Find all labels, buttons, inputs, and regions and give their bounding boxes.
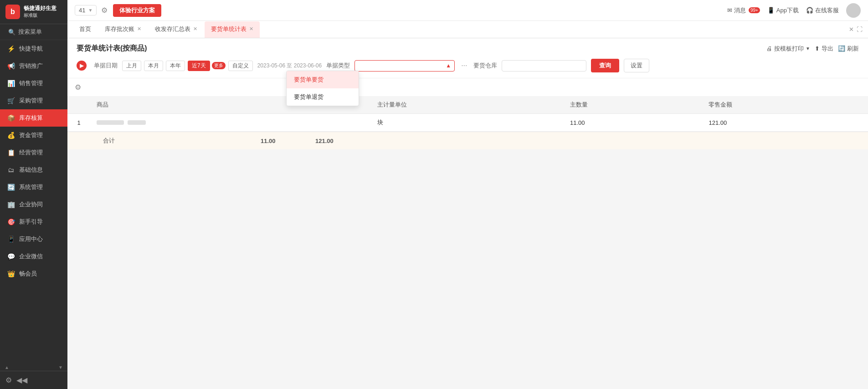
app-download-btn[interactable]: 📱 App下载: [767, 6, 799, 15]
sidebar-collapse-icon[interactable]: ◀◀: [16, 376, 27, 384]
col-header-unit: 主计量单位: [371, 96, 564, 114]
refresh-btn[interactable]: 🔄 刷新: [838, 45, 859, 53]
sidebar-scroll-up[interactable]: ▲: [4, 364, 10, 371]
sidebar-item-label: 企业微信: [19, 252, 61, 261]
sidebar-item-label: 采购管理: [19, 97, 61, 105]
cell-sale-amount: 121.00: [702, 114, 868, 132]
footer-label: 合计: [97, 137, 206, 145]
headset-icon: 🎧: [806, 7, 813, 14]
sidebar-item-guide[interactable]: 🎯 新手引导: [0, 213, 67, 230]
sidebar-item-finance[interactable]: 💰 资金管理: [0, 127, 67, 144]
tab-order-stats-label: 要货单统计表: [211, 25, 247, 33]
tab-home-label: 首页: [79, 25, 91, 33]
topbar-right: ✉ 消息 99+ 📱 App下载 🎧 在线客服: [727, 3, 861, 18]
sidebar-item-basic-info[interactable]: 🗂 基础信息: [0, 161, 67, 179]
warehouse-input[interactable]: [502, 60, 586, 72]
app-name: 畅捷通好生意: [24, 5, 56, 12]
table-header-row: 商品 主计量单位 主数量 零售金额: [67, 96, 868, 114]
sidebar-item-label: 销售管理: [19, 79, 61, 87]
tab-order-stats-close[interactable]: ✕: [249, 26, 253, 32]
tabs-expand-icon[interactable]: ⛶: [857, 26, 863, 33]
tab-batch-stock-close[interactable]: ✕: [137, 26, 141, 32]
topbar-settings-icon[interactable]: ⚙: [101, 6, 108, 15]
search-menu[interactable]: 🔍 搜索菜单: [0, 24, 67, 40]
tab-batch-stock-label: 库存批次账: [105, 25, 134, 33]
tabs-bar: 首页 库存批次账 ✕ 收发存汇总表 ✕ 要货单统计表 ✕ ✕ ⛶: [67, 21, 868, 38]
topbar: 41 ▼ ⚙ 体验行业方案 ✉ 消息 99+ 📱 App下载 🎧 在线客服: [67, 0, 868, 21]
sidebar-item-label: 基础信息: [19, 166, 61, 174]
tab-order-stats[interactable]: 要货单统计表 ✕: [205, 21, 260, 38]
product-code-placeholder: [128, 120, 146, 125]
filter-toggle-btn[interactable]: ▶: [77, 61, 87, 71]
date-last-7-days[interactable]: 近7天: [188, 61, 210, 71]
purchase-icon: 🛒: [6, 97, 15, 104]
sidebar-item-quick-nav[interactable]: ⚡ 快捷导航: [0, 40, 67, 57]
store-name: 41: [79, 7, 85, 14]
messages-badge: 99+: [749, 7, 760, 13]
query-button[interactable]: 查询: [591, 59, 619, 72]
dropdown-item-order-return[interactable]: 要货单退货: [287, 88, 359, 106]
sidebar-footer: ⚙ ◀◀: [0, 371, 67, 389]
date-this-year[interactable]: 本年: [166, 61, 185, 71]
page-title: 要货单统计表(按商品): [77, 44, 147, 53]
sidebar-item-operations[interactable]: 📋 经营管理: [0, 144, 67, 161]
page-actions: 🖨 按模板打印 ▼ ⬆ 导出 🔄 刷新: [766, 45, 859, 53]
tab-batch-stock[interactable]: 库存批次账 ✕: [98, 21, 148, 38]
user-avatar[interactable]: [846, 3, 861, 18]
sidebar-item-enterprise-wechat[interactable]: 💬 企业微信: [0, 248, 67, 265]
sidebar-item-sales[interactable]: 📊 销售管理: [0, 75, 67, 92]
sidebar-item-enterprise[interactable]: 🏢 企业协同: [0, 196, 67, 213]
tabs-close-all-icon[interactable]: ✕: [849, 26, 854, 33]
export-btn[interactable]: ⬆ 导出: [815, 45, 833, 53]
settings-button[interactable]: 设置: [624, 59, 649, 72]
search-menu-label: 搜索菜单: [18, 28, 42, 36]
messages-btn[interactable]: ✉ 消息 99+: [727, 6, 760, 15]
data-table: 商品 主计量单位 主数量 零售金额 1 块 11.00: [67, 96, 868, 132]
doc-type-input[interactable]: [354, 60, 455, 72]
print-icon: 🖨: [766, 45, 772, 52]
sidebar-item-inventory[interactable]: 📦 库存核算: [0, 109, 67, 127]
tab-collect-summary-close[interactable]: ✕: [193, 26, 197, 32]
trial-button[interactable]: 体验行业方案: [113, 4, 161, 17]
marketing-icon: 📢: [6, 62, 15, 70]
date-last-month[interactable]: 上月: [122, 61, 141, 71]
col-header-index: [67, 96, 90, 114]
col-header-quantity: 主数量: [564, 96, 702, 114]
date-label: 单据日期: [94, 61, 118, 70]
refresh-icon: 🔄: [838, 45, 845, 52]
tab-home[interactable]: 首页: [73, 21, 98, 38]
sidebar-scroll-down[interactable]: ▼: [57, 364, 64, 371]
quick-nav-icon: ⚡: [6, 45, 15, 52]
main-area: 41 ▼ ⚙ 体验行业方案 ✉ 消息 99+ 📱 App下载 🎧 在线客服: [67, 0, 868, 389]
column-settings-icon[interactable]: ⚙: [75, 83, 81, 92]
sidebar-item-purchase[interactable]: 🛒 采购管理: [0, 92, 67, 109]
cell-product: [90, 114, 371, 132]
store-selector[interactable]: 41 ▼: [75, 5, 97, 15]
date-this-month[interactable]: 本月: [144, 61, 163, 71]
table-row: 1 块 11.00 121.00: [67, 114, 868, 132]
sidebar-item-app-center[interactable]: 📱 应用中心: [0, 230, 67, 248]
finance-icon: 💰: [6, 132, 15, 139]
filter-more-btn[interactable]: ···: [459, 61, 469, 70]
template-print-btn[interactable]: 🖨 按模板打印 ▼: [766, 45, 810, 53]
doc-type-label: 单据类型: [326, 61, 350, 70]
footer-quantity: 11.00: [261, 138, 315, 144]
system-icon: 🔄: [6, 184, 15, 191]
messages-label: 消息: [734, 6, 746, 15]
online-service-btn[interactable]: 🎧 在线客服: [806, 6, 839, 15]
date-custom[interactable]: 自定义: [228, 61, 253, 71]
sidebar-item-label: 经营管理: [19, 148, 61, 157]
sidebar-settings-icon[interactable]: ⚙: [5, 376, 12, 384]
tab-collect-summary[interactable]: 收发存汇总表 ✕: [149, 21, 204, 38]
footer-sale-amount: 121.00: [315, 138, 370, 144]
sidebar-item-marketing[interactable]: 📢 营销推广: [0, 57, 67, 75]
app-logo: b 畅捷通好生意 标准版: [0, 0, 67, 24]
sidebar-item-vip[interactable]: 👑 畅会员: [0, 265, 67, 282]
sidebar-item-label: 快捷导航: [19, 45, 61, 53]
doc-type-select-wrap: ▲: [354, 60, 455, 72]
topbar-left: 41 ▼ ⚙ 体验行业方案: [75, 4, 727, 17]
sales-icon: 📊: [6, 80, 15, 87]
sidebar-item-system[interactable]: 🔄 系统管理: [0, 179, 67, 196]
dropdown-item-order-goods[interactable]: 要货单要货: [287, 71, 359, 88]
cell-quantity: 11.00: [564, 114, 702, 132]
